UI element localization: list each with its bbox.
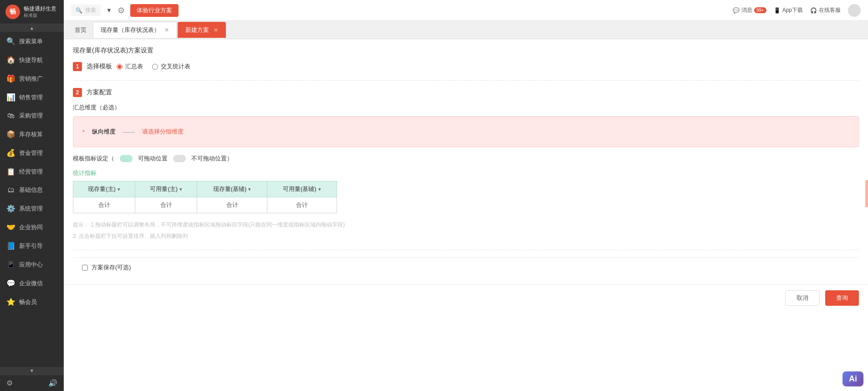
- col-header-3[interactable]: 可用量(基辅) ▾: [267, 181, 337, 197]
- col-chevron-0: ▾: [117, 186, 120, 192]
- col-header-1[interactable]: 可用量(主) ▾: [135, 181, 197, 197]
- topbar-dropdown[interactable]: ▼: [106, 7, 112, 14]
- step1-header: 1 选择模板 汇总表 交叉统计表: [73, 62, 859, 71]
- save-row: 方案保存(可选): [73, 257, 859, 277]
- tab-new-plan-close-icon[interactable]: ✕: [214, 27, 218, 33]
- tip-line-0: 提示： 1.拖动标题栏可以调整布局，不可跨维度或指标区域拖动标目字段(只能在同一…: [73, 221, 859, 229]
- gear-icon: ⚙️: [6, 204, 15, 213]
- money-icon: 💰: [6, 149, 15, 157]
- phone-icon: 📱: [6, 260, 15, 269]
- sidebar-scroll-down[interactable]: ▼: [0, 367, 64, 375]
- sidebar-item-member[interactable]: ⭐ 畅会员: [0, 293, 64, 311]
- dim-placeholder[interactable]: 请选择分组维度: [142, 128, 184, 136]
- topbar-right: 💬 消息 99+ 📱 App下载 🎧 在线客服: [733, 4, 861, 17]
- sound-icon[interactable]: 🔊: [48, 379, 57, 387]
- topbar-search[interactable]: 🔍 搜索: [71, 5, 101, 16]
- sidebar-item-finance[interactable]: 💰 资金管理: [0, 144, 64, 162]
- folder-icon: 🗂: [6, 186, 15, 194]
- online-service-btn[interactable]: 🎧 在线客服: [810, 6, 841, 14]
- dim-arrow: ——: [123, 129, 135, 135]
- cell-1: 合计: [135, 197, 197, 213]
- sidebar-item-wechat[interactable]: 💬 企业微信: [0, 274, 64, 293]
- sidebar-item-newbie[interactable]: 📘 新手引导: [0, 237, 64, 255]
- trial-btn[interactable]: 体验行业方案: [130, 4, 179, 17]
- tab-home[interactable]: 首页: [69, 22, 92, 38]
- sidebar: 畅 畅捷通好生意 标准版 ▲ 🔍 搜索菜单 🏠 快捷导航 🎁 营销推广 📊 销售…: [0, 0, 64, 391]
- radio-cross[interactable]: 交叉统计表: [152, 62, 190, 71]
- stats-label: 统计指标: [73, 169, 859, 177]
- search-text: 搜索: [85, 6, 96, 14]
- action-bar: 取消 查询: [64, 284, 868, 311]
- radio-summary-input[interactable]: [117, 64, 123, 70]
- sidebar-item-operations[interactable]: 📋 经营管理: [0, 162, 64, 181]
- message-badge: 99+: [754, 7, 766, 13]
- table-row: 合计 合计 合计 合计: [73, 197, 337, 213]
- book-icon: 📘: [6, 242, 15, 250]
- dimension-label: 汇总维度（必选）: [73, 103, 859, 112]
- query-button[interactable]: 查询: [825, 290, 859, 306]
- step1-number: 1: [73, 62, 82, 71]
- app-download-btn[interactable]: 📱 App下载: [774, 6, 803, 14]
- gift-icon: 🎁: [6, 74, 15, 83]
- settings-bottom-icon[interactable]: ⚙: [6, 379, 13, 387]
- sidebar-item-quick-nav[interactable]: 🏠 快捷导航: [0, 51, 64, 69]
- tab-inventory-close-icon[interactable]: ✕: [164, 27, 169, 33]
- message-btn[interactable]: 💬 消息 99+: [733, 6, 766, 14]
- main-area: 🔍 搜索 ▼ ⚙ 体验行业方案 💬 消息 99+ 📱 App下载 🎧 在线客服: [64, 0, 868, 391]
- step1-section: 1 选择模板 汇总表 交叉统计表: [73, 62, 859, 71]
- template-radio-group: 汇总表 交叉统计表: [117, 62, 190, 71]
- no-drag-indicator: [173, 155, 186, 162]
- radio-summary[interactable]: 汇总表: [117, 62, 143, 71]
- sidebar-bottom: ⚙ 🔊: [0, 375, 64, 391]
- content-area: 现存量(库存状况表)方案设置 1 选择模板 汇总表 交叉统计表: [64, 39, 868, 391]
- page-content: 现存量(库存状况表)方案设置 1 选择模板 汇总表 交叉统计表: [64, 39, 868, 284]
- divider1: [73, 80, 859, 81]
- message-icon: 💬: [733, 7, 740, 14]
- save-checkbox[interactable]: [82, 265, 88, 271]
- cell-2: 合计: [197, 197, 267, 213]
- step1-title: 选择模板: [87, 62, 112, 71]
- col-header-0[interactable]: 现存量(主) ▾: [73, 181, 135, 197]
- avatar[interactable]: [848, 4, 861, 17]
- sidebar-item-marketing[interactable]: 🎁 营销推广: [0, 69, 64, 88]
- sidebar-item-basic[interactable]: 🗂 基础信息: [0, 181, 64, 199]
- box-icon: 📦: [6, 130, 15, 139]
- cell-0: 合计: [73, 197, 135, 213]
- sidebar-item-sales[interactable]: 📊 销售管理: [0, 88, 64, 107]
- home-icon: 🏠: [6, 56, 15, 64]
- step2-section: 2 方案配置 汇总维度（必选） * 纵向维度 —— 请选择分组维度 模板指标设定…: [73, 88, 859, 241]
- tab-new-plan[interactable]: 新建方案 ✕: [178, 22, 226, 38]
- ai-badge[interactable]: Ai: [842, 371, 863, 386]
- sidebar-item-search[interactable]: 🔍 搜索菜单: [0, 32, 64, 51]
- topbar: 🔍 搜索 ▼ ⚙ 体验行业方案 💬 消息 99+ 📱 App下载 🎧 在线客服: [64, 0, 868, 21]
- chart-icon: 📊: [6, 93, 15, 102]
- sidebar-item-purchase[interactable]: 🛍 采购管理: [0, 107, 64, 125]
- sidebar-item-cooperation[interactable]: 🤝 企业协同: [0, 218, 64, 237]
- dropdown-chevron-icon: ▼: [106, 7, 112, 14]
- col-header-2[interactable]: 现存量(基辅) ▾: [197, 181, 267, 197]
- sidebar-item-app-center[interactable]: 📱 应用中心: [0, 255, 64, 274]
- col-chevron-1: ▾: [179, 186, 182, 192]
- template-indicator-row: 模板指标设定（ 可拖动位置 不可拖动位置）: [73, 154, 859, 163]
- search-nav-icon: 🔍: [6, 37, 15, 46]
- logo-icon: 畅: [5, 5, 20, 19]
- cancel-button[interactable]: 取消: [785, 290, 820, 306]
- step2-number: 2: [73, 88, 82, 97]
- sidebar-item-system[interactable]: ⚙️ 系统管理: [0, 199, 64, 218]
- radio-cross-input[interactable]: [152, 64, 158, 70]
- bag-icon: 🛍: [6, 112, 15, 120]
- page-title: 现存量(库存状况表)方案设置: [73, 46, 859, 55]
- search-icon: 🔍: [76, 7, 82, 14]
- sidebar-nav: 🔍 搜索菜单 🏠 快捷导航 🎁 营销推广 📊 销售管理 🛍 采购管理 📦 库存核…: [0, 32, 64, 367]
- dimension-area: * 纵向维度 —— 请选择分组维度: [73, 116, 859, 147]
- required-mark: *: [82, 129, 85, 135]
- template-label-text: 模板指标设定（: [73, 154, 114, 163]
- tab-inventory-status[interactable]: 现存量（库存状况表） ✕: [93, 22, 177, 38]
- step2-header: 2 方案配置: [73, 88, 859, 97]
- scroll-handle: [865, 180, 868, 207]
- sidebar-item-inventory[interactable]: 📦 库存核算: [0, 125, 64, 144]
- step2-title: 方案配置: [87, 88, 112, 97]
- sidebar-scroll-up[interactable]: ▲: [0, 24, 64, 32]
- stats-table: 现存量(主) ▾ 可用量(主) ▾: [73, 181, 337, 213]
- topbar-settings-icon[interactable]: ⚙: [117, 5, 125, 15]
